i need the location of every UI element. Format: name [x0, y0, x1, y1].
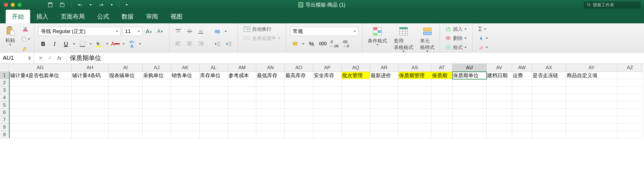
align-right-button[interactable] [196, 40, 206, 48]
cell-AK2[interactable] [171, 79, 200, 87]
cell-AH3[interactable] [72, 87, 109, 94]
cell-AL1[interactable]: 库存单位 [200, 72, 228, 79]
cell-AG8[interactable] [9, 124, 72, 131]
search-input[interactable]: 搜索工作表 [584, 1, 641, 9]
cell-AM6[interactable] [228, 109, 256, 116]
cell-AY1[interactable]: 商品自定义项 [566, 72, 617, 79]
name-box[interactable]: AU1 [0, 52, 34, 64]
cell-AT7[interactable] [431, 116, 452, 124]
cell-AP6[interactable] [313, 109, 342, 116]
cell-AU6[interactable] [452, 109, 487, 116]
cell-AO9[interactable] [285, 131, 313, 138]
cell-AP3[interactable] [313, 87, 342, 94]
cell-AJ9[interactable] [143, 131, 171, 138]
cell-AR4[interactable] [370, 94, 398, 101]
decrease-decimal-button[interactable]: .00→.0 [341, 40, 350, 48]
align-left-button[interactable] [173, 40, 183, 48]
cell-AH2[interactable] [72, 79, 109, 87]
cell-AI6[interactable] [109, 109, 143, 116]
cell-AP4[interactable] [313, 94, 342, 101]
row-header-9[interactable]: 9 [0, 131, 9, 138]
cell-AW9[interactable] [512, 131, 532, 138]
comma-button[interactable]: 000 [318, 40, 328, 48]
cell-AZ1[interactable] [617, 72, 643, 79]
cell-AK9[interactable] [171, 131, 200, 138]
cell-AT8[interactable] [431, 124, 452, 131]
font-color-button[interactable]: A [111, 40, 120, 48]
cell-AS9[interactable] [398, 131, 431, 138]
cell-AO8[interactable] [285, 124, 313, 131]
cell-AG9[interactable] [9, 131, 72, 138]
tab-插入[interactable]: 插入 [30, 10, 55, 23]
close-window-icon[interactable] [4, 3, 8, 7]
cell-AM9[interactable] [228, 131, 256, 138]
tab-页面布局[interactable]: 页面布局 [55, 10, 91, 23]
cell-AS8[interactable] [398, 124, 431, 131]
column-header-AX[interactable]: AX [532, 64, 566, 72]
cell-AP8[interactable] [313, 124, 342, 131]
cell-AQ9[interactable] [342, 131, 370, 138]
cell-AN7[interactable] [256, 116, 285, 124]
cell-AR2[interactable] [370, 79, 398, 87]
home-icon[interactable] [47, 2, 53, 8]
row-header-3[interactable]: 3 [0, 87, 9, 94]
cell-AP1[interactable]: 安全库存 [313, 72, 342, 79]
row-header-8[interactable]: 8 [0, 124, 9, 131]
orientation-button[interactable]: ab [213, 27, 222, 36]
column-header-AZ[interactable]: AZ [617, 64, 643, 72]
align-top-button[interactable] [173, 27, 183, 36]
cell-AJ8[interactable] [143, 124, 171, 131]
cell-AN9[interactable] [256, 131, 285, 138]
cell-AN2[interactable] [256, 79, 285, 87]
cell-AQ1[interactable]: 批次管理 [342, 72, 370, 79]
cell-AT2[interactable] [431, 79, 452, 87]
cell-AN1[interactable]: 最低库存 [256, 72, 285, 79]
cell-AQ4[interactable] [342, 94, 370, 101]
cell-AR7[interactable] [370, 116, 398, 124]
cell-AX7[interactable] [532, 116, 566, 124]
cell-AG4[interactable] [9, 94, 72, 101]
cell-AJ2[interactable] [143, 79, 171, 87]
cell-AW4[interactable] [512, 94, 532, 101]
currency-button[interactable] [290, 40, 300, 48]
fx-icon[interactable]: fx [57, 55, 62, 61]
cell-AG1[interactable]: 辅计量4是否包装单位 [9, 72, 72, 79]
cell-AZ4[interactable] [617, 94, 643, 101]
cell-AP2[interactable] [313, 79, 342, 87]
paste-button[interactable]: 粘贴 [4, 25, 16, 53]
cell-AI9[interactable] [109, 131, 143, 138]
cell-AT1[interactable]: 保质期 [431, 72, 452, 79]
cell-AV2[interactable] [487, 79, 512, 87]
cell-AT5[interactable] [431, 101, 452, 109]
cell-AR5[interactable] [370, 101, 398, 109]
cell-AU2[interactable] [452, 79, 487, 87]
cell-AO2[interactable] [285, 79, 313, 87]
cell-AO3[interactable] [285, 87, 313, 94]
font-name-combo[interactable]: 等线 Regular (正文) [38, 27, 121, 36]
cell-AU5[interactable] [452, 101, 487, 109]
cell-AW5[interactable] [512, 101, 532, 109]
qat-customize[interactable] [125, 4, 128, 6]
clear-button[interactable] [477, 43, 490, 51]
cell-AK1[interactable]: 销售单位 [171, 72, 200, 79]
copy-button[interactable] [20, 35, 30, 43]
cancel-formula-icon[interactable]: ✕ [39, 55, 43, 61]
cell-AX3[interactable] [532, 87, 566, 94]
cell-AU9[interactable] [452, 131, 487, 138]
cell-AU1[interactable]: 保质期单位 [452, 72, 487, 79]
cell-AJ7[interactable] [143, 116, 171, 124]
font-size-combo[interactable]: 11 [122, 27, 142, 36]
maximize-window-icon[interactable] [18, 3, 22, 7]
cell-AL2[interactable] [200, 79, 228, 87]
cell-AP7[interactable] [313, 116, 342, 124]
undo-icon[interactable] [77, 2, 83, 8]
cell-AT9[interactable] [431, 131, 452, 138]
cell-AS6[interactable] [398, 109, 431, 116]
cell-AG7[interactable] [9, 116, 72, 124]
cell-AI1[interactable]: 报表辅单位 [109, 72, 143, 79]
column-header-AP[interactable]: AP [313, 64, 342, 72]
cell-AO1[interactable]: 最高库存 [285, 72, 313, 79]
cell-AY2[interactable] [566, 79, 617, 87]
cell-AW8[interactable] [512, 124, 532, 131]
formula-content[interactable]: 保质期单位 [66, 52, 644, 64]
